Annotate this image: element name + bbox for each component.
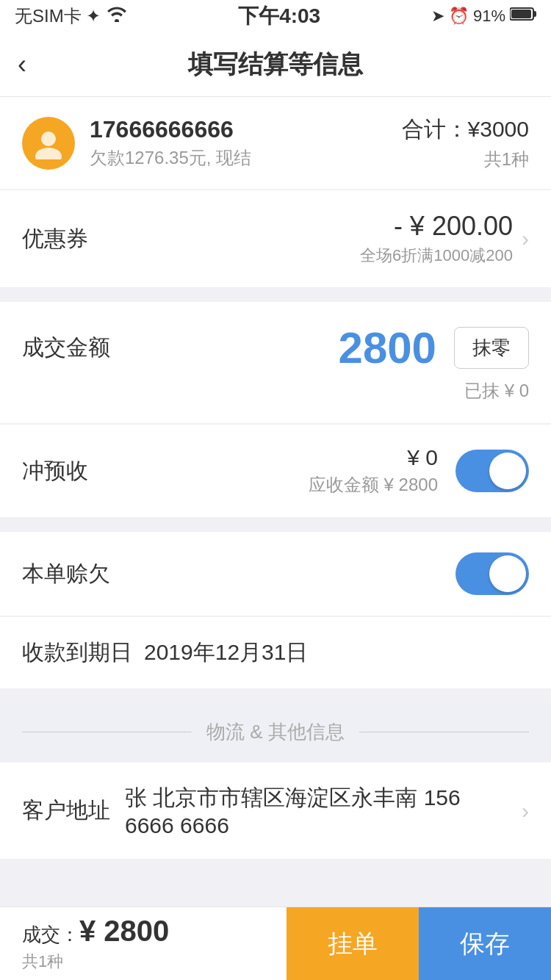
battery-percent: 91% [473,7,505,26]
coupon-right: - ¥ 200.00 全场6折满1000减200 › [360,211,529,267]
svg-rect-1 [533,11,536,17]
toggle-knob [489,453,526,489]
coupon-row[interactable]: 优惠券 - ¥ 200.00 全场6折满1000减200 › [0,190,551,287]
bottom-deal-line: 成交：¥ 2800 [22,915,264,948]
svg-point-3 [41,131,56,146]
customer-info-left: 17666666666 欠款1276.35元, 现结 [22,116,251,170]
customer-details: 17666666666 欠款1276.35元, 现结 [90,116,251,170]
battery-icon [510,7,536,26]
divider-line-right [359,732,529,732]
svg-rect-2 [511,10,531,18]
nav-bar: ‹ 填写结算等信息 [0,32,551,97]
customer-row: 17666666666 欠款1276.35元, 现结 合计：¥3000 共1种 [0,97,551,189]
back-button[interactable]: ‹ [18,49,26,80]
prepay-toggle[interactable] [455,450,529,492]
item-count: 共1种 [402,148,529,171]
debt-toggle[interactable] [455,552,529,595]
deal-row: 成交金额 2800 抹零 [22,323,529,373]
debt-toggle-knob [489,555,526,592]
coupon-amount: - ¥ 200.00 [360,211,513,242]
customer-debt: 欠款1276.35元, 现结 [90,146,251,170]
status-right: ➤ ⏰ 91% [431,7,536,26]
debt-section: 本单赊欠 [0,532,551,616]
customer-phone: 17666666666 [90,116,251,143]
wifi-icon [107,6,127,26]
debt-label: 本单赊欠 [22,559,110,589]
divider-line-left [22,732,192,732]
page-title: 填写结算等信息 [188,48,363,82]
status-bar: 无SIM卡 ✦ 下午4:03 ➤ ⏰ 91% [0,0,551,32]
round-button[interactable]: 抹零 [454,327,529,369]
hold-order-button[interactable]: 挂单 [287,907,419,980]
prepay-info: ¥ 0 应收金额 ¥ 2800 [309,445,438,497]
customer-total-info: 合计：¥3000 共1种 [402,115,529,171]
bottom-summary: 成交：¥ 2800 共1种 [0,915,287,973]
deal-sub-text: 已抹 ¥ 0 [22,379,529,403]
prepay-amount: ¥ 0 [309,445,438,470]
save-button[interactable]: 保存 [419,907,551,980]
deal-label: 成交金额 [22,333,110,363]
logistics-divider: 物流 & 其他信息 [0,703,551,761]
divider-text: 物流 & 其他信息 [206,719,345,745]
deal-amount: 2800 [339,323,436,373]
due-date-section: 收款到期日 2019年12月31日 [0,617,551,688]
address-section[interactable]: 客户地址 张 北京市市辖区海淀区永丰南 156 6666 6666 › [0,763,551,859]
due-date-label: 收款到期日 [22,638,132,668]
total-amount: 合计：¥3000 [402,115,529,145]
deal-right: 2800 抹零 [339,323,529,373]
bottom-count: 共1种 [22,951,264,973]
prepay-receivable: 应收金额 ¥ 2800 [309,473,438,497]
prepay-label: 冲预收 [22,456,88,486]
bottom-deal-label: 成交： [22,923,79,945]
bottom-amount: ¥ 2800 [79,915,169,947]
status-left: 无SIM卡 ✦ [15,4,127,28]
coupon-info: - ¥ 200.00 全场6折满1000减200 [360,211,513,267]
bottom-bar: 成交：¥ 2800 共1种 挂单 保存 [0,907,551,980]
chevron-right-icon: › [522,226,529,251]
address-value: 张 北京市市辖区海淀区永丰南 156 6666 6666 [125,783,507,838]
time-display: 下午4:03 [238,2,320,30]
due-date-value: 2019年12月31日 [144,638,308,668]
prepay-right: ¥ 0 应收金额 ¥ 2800 [309,445,529,497]
alarm-icon: ⏰ [449,7,469,26]
coupon-label: 优惠券 [22,224,88,254]
coupon-desc: 全场6折满1000减200 [360,245,513,267]
prepay-section: 冲预收 ¥ 0 应收金额 ¥ 2800 [0,425,551,517]
avatar [22,117,75,170]
address-label: 客户地址 [22,796,110,826]
deal-section: 成交金额 2800 抹零 已抹 ¥ 0 [0,302,551,423]
svg-point-4 [35,148,62,159]
address-chevron-icon: › [522,799,529,824]
location-icon: ➤ [431,7,444,26]
sim-status: 无SIM卡 ✦ [15,4,101,28]
